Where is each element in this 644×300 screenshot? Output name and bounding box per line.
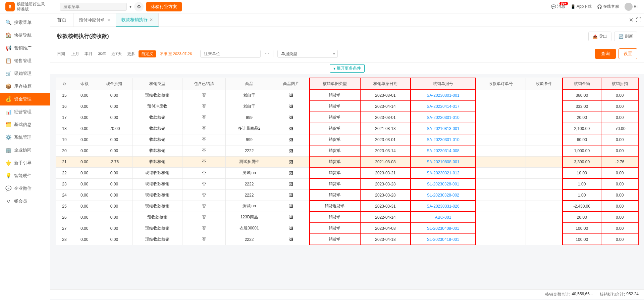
service-item[interactable]: 🎧 在线客服: [597, 4, 619, 9]
cancel-no-link[interactable]: SA-20230314-008: [427, 148, 459, 153]
date-option-上月[interactable]: 上月: [69, 50, 81, 57]
cell-11: [526, 234, 563, 245]
sidebar-item-finance[interactable]: 💰资金管理: [0, 93, 50, 105]
sidebar-item-vip[interactable]: V畅会员: [0, 195, 50, 208]
cancel-no-link[interactable]: SA-20230301-001: [427, 93, 459, 98]
cell-4: 否: [182, 101, 226, 112]
cell-1: 0.00: [73, 234, 96, 245]
col-header-collection_order_no: 收款单订单号: [476, 78, 526, 90]
query-button[interactable]: 查询: [595, 49, 616, 59]
export-button[interactable]: 📤 导出: [588, 32, 611, 41]
sidebar-item-enterprise[interactable]: 🏢企业协同: [0, 144, 50, 157]
table-row: 210.00-2.76收款核销否测试多属性🖼销货单2021-08-08SA-20…: [56, 156, 639, 167]
cell-10: [476, 201, 526, 212]
cancel-no-link[interactable]: SA-20230321-012: [427, 171, 459, 175]
cancel-no-link[interactable]: SL-20230408-001: [427, 226, 459, 231]
gear-icon-top[interactable]: ⚙: [134, 2, 144, 11]
cancel-no-link[interactable]: SL-20230418-001: [427, 237, 459, 242]
cell-1: 0.00: [73, 156, 96, 167]
sidebar-item-basic[interactable]: 🗂️基础信息: [0, 118, 50, 131]
cancel-no-link[interactable]: SA-20230414-017: [427, 104, 459, 109]
cell-1: 0.00: [73, 134, 96, 145]
partner-dots-icon[interactable]: ···: [265, 51, 269, 57]
sidebar-item-wechat[interactable]: 💬企业微信: [0, 182, 50, 195]
cell-2: 0.00: [96, 101, 132, 112]
sidebar-item-sales[interactable]: 📋销售管理: [0, 54, 50, 67]
cell-6: 🖼: [273, 212, 310, 223]
cell-5: 测试多属性: [226, 156, 273, 167]
sidebar-label-inventory: 库存核算: [14, 83, 32, 89]
dropdown-chevron[interactable]: ▾: [129, 4, 131, 9]
app-download-item[interactable]: 📱 App下载: [571, 4, 592, 9]
cancel-no-link[interactable]: SL-20230328-001: [427, 182, 459, 186]
cancel-no-link[interactable]: SA-20230301-010: [427, 115, 459, 120]
sidebar-item-purchase[interactable]: 🛒采购管理: [0, 67, 50, 80]
cell-9: SA-20230314-008: [411, 145, 475, 156]
cell-7: 销货单: [310, 156, 360, 167]
col-header-cancel_type: 核销类型: [132, 78, 182, 90]
cell-8: 2021-08-08: [360, 156, 411, 167]
sidebar-item-guide[interactable]: 🌟新手引导: [0, 157, 50, 169]
cancel-no-link[interactable]: SA-20230301-010: [427, 137, 459, 142]
cell-2: -2.76: [96, 156, 132, 167]
user-area[interactable]: Rit: [625, 3, 639, 11]
cell-1: 0.00: [73, 90, 96, 101]
expand-window-icon[interactable]: ⛶: [636, 17, 641, 23]
date-option-近7天[interactable]: 近7天: [109, 50, 124, 57]
tab-home[interactable]: 首页: [50, 13, 73, 27]
cell-11: [526, 101, 563, 112]
sidebar-item-quick-nav[interactable]: 🏠快捷导航: [0, 29, 50, 42]
settings-filter-button[interactable]: 设置: [619, 48, 637, 59]
industry-button[interactable]: 休验行业方案: [146, 2, 182, 11]
search-input-top[interactable]: [60, 3, 127, 11]
main-layout: 🔍搜索菜单🏠快捷导航📢营销推广📋销售管理🛒采购管理📦库存核算💰资金管理📊经营管理…: [0, 13, 644, 300]
sidebar-label-vip: 畅会员: [14, 198, 27, 204]
tab-collection[interactable]: 收款核销执行✕: [116, 13, 159, 27]
cell-3: 预付冲应收: [132, 101, 182, 112]
cell-11: [526, 212, 563, 223]
cell-5: 老白干: [226, 90, 273, 101]
date-option-本年[interactable]: 本年: [96, 50, 108, 57]
tab-close-prepay[interactable]: ✕: [107, 18, 110, 23]
doc-type-select[interactable]: 单据类型: [277, 50, 338, 58]
cell-5: 2222: [226, 189, 273, 201]
cancel-no-link[interactable]: SL-20230328-002: [427, 193, 459, 198]
table-row: 190.000.00收款核销否999🖼销货单2023-03-01SA-20230…: [56, 134, 639, 145]
date-option-本月[interactable]: 本月: [83, 50, 95, 57]
cell-4: 否: [182, 167, 226, 178]
col-header-cash_discount: 现金折扣: [96, 78, 132, 90]
notification-item[interactable]: 💬 消息 99+: [551, 4, 565, 9]
cell-11: [526, 189, 563, 201]
top-center: ▾ ⚙ 休验行业方案: [60, 2, 547, 11]
cell-11: [526, 145, 563, 156]
refresh-button[interactable]: 🔄 刷新: [614, 32, 637, 41]
table-area[interactable]: ⚙余额现金折扣核销类型包含已结清商品商品图片核销单据类型核销单据日期核销单据号收…: [50, 74, 644, 289]
sidebar-item-hardware[interactable]: 💡智能硬件: [0, 169, 50, 182]
cell-13: 0.00: [601, 223, 638, 234]
cell-9: SL-20230408-001: [411, 223, 475, 234]
partner-input[interactable]: [200, 50, 261, 58]
table-row: 200.000.00收款核销否2222🖼销货单2023-03-14SA-2023…: [56, 145, 639, 156]
sidebar-item-inventory[interactable]: 📦库存核算: [0, 80, 50, 93]
tab-close-collection[interactable]: ✕: [150, 17, 153, 22]
cancel-no-link[interactable]: SA-20210813-001: [427, 126, 459, 131]
date-option-custom[interactable]: 自定义: [139, 50, 156, 57]
refresh-icon: 🔄: [619, 34, 624, 39]
sidebar-item-marketing[interactable]: 📢营销推广: [0, 42, 50, 54]
divider-2: [273, 50, 273, 57]
sidebar-item-system[interactable]: ⚙️系统管理: [0, 131, 50, 144]
expand-conditions-button[interactable]: ▾ 展开更多条件: [330, 64, 365, 73]
tab-prepay[interactable]: 预付冲应付单✕: [73, 13, 116, 27]
cancel-no-link[interactable]: SA-20210808-001: [427, 160, 459, 164]
cancel-no-link[interactable]: SA-20230331-026: [427, 204, 459, 209]
close-window-icon[interactable]: ✕: [629, 17, 633, 23]
sidebar-icon-hardware: 💡: [5, 173, 11, 179]
sidebar-item-search[interactable]: 🔍搜索菜单: [0, 16, 50, 29]
cell-3: 收款核销: [132, 123, 182, 134]
cell-12: 10.00: [562, 167, 601, 178]
col-header-include_settled: 包含已结清: [182, 78, 226, 90]
sidebar-label-system: 系统管理: [14, 134, 32, 140]
cancel-no-link[interactable]: ABC-001: [435, 215, 451, 220]
date-option-更多[interactable]: 更多: [125, 50, 137, 57]
sidebar-item-operation[interactable]: 📊经营管理: [0, 105, 50, 118]
